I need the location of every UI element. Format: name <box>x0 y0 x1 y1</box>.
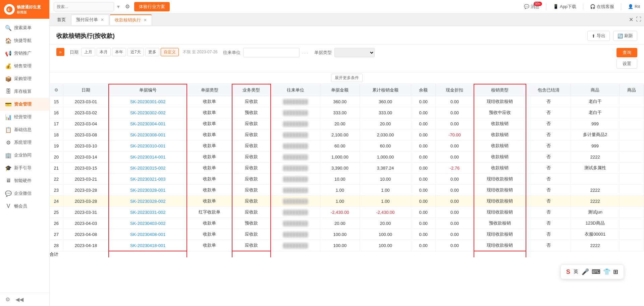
money-icon: 💰 <box>5 63 11 69</box>
cell-balance: 0.00 <box>411 229 436 240</box>
docnum-link[interactable]: SK-20230310-001 <box>130 143 166 148</box>
cell-date: 2023-03-28 <box>63 196 109 207</box>
settings-button[interactable]: 设置 <box>616 59 637 69</box>
expand-conditions-button[interactable]: 展开更多条件 <box>331 74 363 82</box>
cell-amount: -2,430.00 <box>320 207 360 218</box>
megaphone-icon: 📢 <box>5 50 11 56</box>
sidebar-item-purchase[interactable]: 📦采购管理 <box>0 72 49 85</box>
prepay-tab-close[interactable]: ✕ <box>101 17 104 22</box>
cell-included: 否 <box>526 218 571 229</box>
cell-biztype: 应收款 <box>232 118 271 129</box>
cell-docnum: SK-20230328-002 <box>109 196 187 207</box>
tab-close-all-icon[interactable]: ✕ <box>629 16 633 23</box>
settings-icon[interactable]: ⚙ <box>5 296 10 303</box>
export-button[interactable]: ⬆ 导出 <box>587 31 610 41</box>
shirt-icon[interactable]: 👕 <box>603 268 610 276</box>
docnum-link[interactable]: SK-20230308-001 <box>130 132 166 137</box>
query-button[interactable]: 查询 <box>616 48 637 57</box>
ime-icons: 🎤 ⌨ 👕 ⊞ <box>582 268 618 276</box>
date-pill-more[interactable]: 更多 <box>145 48 159 56</box>
collection-tab-close[interactable]: ✕ <box>144 18 147 22</box>
sidebar-item-guide[interactable]: 🎓新手引导 <box>0 162 49 174</box>
sidebar-item-inventory[interactable]: 🗄库存核算 <box>0 85 49 98</box>
sidebar-item-wechat[interactable]: 💬企业微信 <box>0 187 49 200</box>
tab-collection[interactable]: 收款核销执行 ✕ <box>110 14 152 25</box>
sidebar-item-search[interactable]: 🔍搜索菜单 <box>0 21 49 34</box>
cell-hexamount: 60.00 <box>360 140 411 151</box>
collapse-icon[interactable]: ◀◀ <box>15 296 23 303</box>
footer-balance <box>411 251 436 257</box>
tab-home[interactable]: 首页 <box>52 14 70 25</box>
cell-included: 否 <box>526 229 571 240</box>
col-doctype-header: 单据类型 <box>187 84 232 96</box>
user-item[interactable]: 👤 Rit <box>628 4 640 9</box>
keyboard-icon[interactable]: ⌨ <box>592 268 600 276</box>
sidebar-item-operation[interactable]: 📊经营管理 <box>0 111 49 123</box>
home-icon: 🏠 <box>5 38 11 44</box>
grid-icon[interactable]: ⊞ <box>613 268 618 276</box>
docnum-link[interactable]: SK-20230304-001 <box>130 121 166 126</box>
cell-no: 28 <box>50 240 63 251</box>
date-pill-thismonth[interactable]: 本月 <box>97 48 111 56</box>
date-pill-lastmonth[interactable]: 上月 <box>81 48 95 56</box>
docnum-link[interactable]: SK-20230331-002 <box>130 210 166 215</box>
date-pill-7days[interactable]: 近7天 <box>127 48 144 56</box>
cell-hexamount: 333.00 <box>360 107 411 118</box>
table-area[interactable]: ⚙ 日期 单据编号 单据类型 业务类型 往来单位 单据金额 累计核销金额 余额 … <box>50 84 644 306</box>
cell-doctype: 收款单 <box>187 196 232 207</box>
docnum-link[interactable]: SK-20230302-002 <box>130 110 166 115</box>
tab-expand-icon[interactable]: ⛶ <box>636 16 641 23</box>
cell-docnum: SK-20230310-001 <box>109 140 187 151</box>
footer-row: 合计 <box>50 251 644 257</box>
cell-no: 20 <box>50 151 63 163</box>
topbar-search-input[interactable] <box>54 2 114 11</box>
topbar-dropdown-icon[interactable]: ▼ <box>116 4 121 9</box>
mic-icon[interactable]: 🎤 <box>582 268 589 276</box>
docnum-link[interactable]: SK-20230314-001 <box>130 155 166 160</box>
cell-amount: 10.00 <box>320 174 360 185</box>
cell-discount: 0.00 <box>436 207 474 218</box>
partner-input[interactable] <box>243 48 300 57</box>
col-settings-icon[interactable]: ⚙ <box>54 87 58 93</box>
sidebar-item-system[interactable]: ⚙系统管理 <box>0 136 49 149</box>
sidebar-item-quicknav[interactable]: 🏠快捷导航 <box>0 34 49 47</box>
sidebar-item-marketing[interactable]: 📢营销推广 <box>0 47 49 60</box>
sidebar-item-basic[interactable]: 📋基础信息 <box>0 123 49 136</box>
cell-biztype: 应收款 <box>232 207 271 218</box>
online-service-item[interactable]: 🎧 在线客服 <box>590 4 614 10</box>
doctype-select[interactable] <box>334 48 375 57</box>
messages-item[interactable]: 💬 消息 99+ <box>524 4 539 10</box>
date-pill-custom[interactable]: 自定义 <box>161 48 179 56</box>
docnum-link[interactable]: SK-20230328-001 <box>130 188 166 193</box>
sidebar-item-hardware[interactable]: 🖥智能硬件 <box>0 174 49 187</box>
filter-expand-btn[interactable]: » <box>56 48 64 56</box>
tab-prepay[interactable]: 预付应付单 ✕ <box>71 14 109 25</box>
cell-date: 2023-03-21 <box>63 174 109 185</box>
cell-date: 2023-04-08 <box>63 229 109 240</box>
refresh-button[interactable]: 🔄 刷新 <box>613 31 637 41</box>
docnum-link[interactable]: SK-20230408-001 <box>130 232 166 237</box>
sidebar-item-corp[interactable]: 🏢企业协同 <box>0 149 49 162</box>
storage-icon: 🗄 <box>5 88 11 95</box>
docnum-link[interactable]: SK-20230328-002 <box>130 199 166 204</box>
footer-partner <box>271 251 320 257</box>
cell-date: 2023-04-18 <box>63 240 109 251</box>
app-download-item[interactable]: 📱 App下载 <box>553 4 576 10</box>
sidebar-item-member[interactable]: V畅会员 <box>0 200 49 212</box>
col-discount-header: 现金折扣 <box>436 84 474 96</box>
sidebar-item-sales[interactable]: 💰销售管理 <box>0 60 49 72</box>
sidebar-item-finance[interactable]: 💳资金管理 <box>0 98 49 111</box>
solution-button[interactable]: 体验行业方案 <box>134 2 170 11</box>
topbar-gear-icon[interactable]: ⚙ <box>123 2 132 11</box>
docnum-link[interactable]: SK-20230321-003 <box>130 177 166 182</box>
table-row: 17 2023-03-04 SK-20230304-001 收款单 应收款 ██… <box>50 118 644 129</box>
docnum-link[interactable]: SK-20230301-002 <box>130 99 166 104</box>
cell-balance: 0.00 <box>411 151 436 163</box>
cell-product: 2222 <box>571 151 620 163</box>
docnum-link[interactable]: SK-20230315-002 <box>130 166 166 171</box>
date-pill-thisyear[interactable]: 本年 <box>112 48 126 56</box>
cell-biztype: 应收款 <box>232 174 271 185</box>
docnum-link[interactable]: SK-20230418-001 <box>130 243 166 248</box>
tabbar-right: ✕ ⛶ <box>629 16 641 23</box>
docnum-link[interactable]: SK-20230403-002 <box>130 221 166 226</box>
